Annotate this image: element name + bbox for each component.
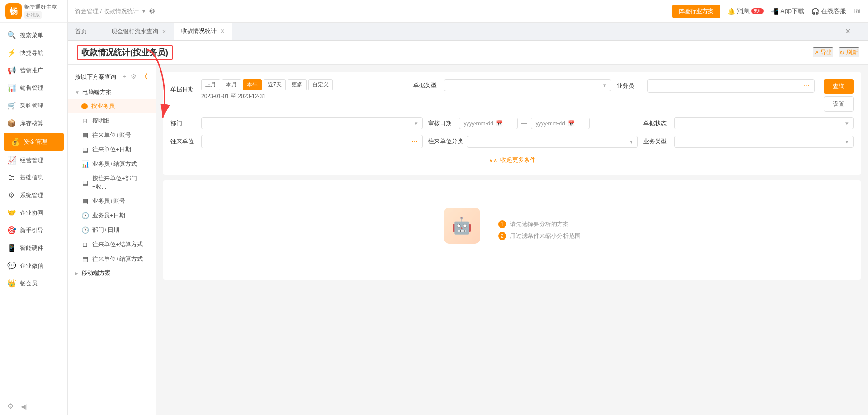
doc-type-select[interactable]: ▾	[444, 79, 611, 91]
tree-item-partner-dept[interactable]: ▤ 按往来单位+部门+收...	[68, 171, 156, 194]
partner-select[interactable]: ···	[201, 135, 423, 148]
stock-icon: 📦	[7, 119, 15, 127]
sidebar-item-enterprise[interactable]: 🤝 企业协同	[0, 204, 67, 222]
query-btn[interactable]: 查询	[824, 79, 854, 94]
tree-item-by-detail[interactable]: ⊞ 按明细	[68, 113, 156, 128]
date-btn-custom[interactable]: 自定义	[308, 79, 333, 90]
date-btn-last-month[interactable]: 上月	[201, 79, 220, 90]
salesperson-date-icon: 🕐	[81, 212, 89, 219]
tree-item-partner-account[interactable]: ▤ 往来单位+账号	[68, 128, 156, 142]
doc-status-select[interactable]: ▾	[674, 117, 854, 129]
sidebar-item-search[interactable]: 🔍 搜索菜单	[0, 26, 67, 44]
tab-fullscreen-icon[interactable]: ⛶	[855, 28, 863, 36]
salesperson-active-icon	[81, 103, 88, 109]
partner-label: 往来单位	[170, 137, 198, 146]
tab-close-all-icon[interactable]: ✕	[845, 27, 851, 36]
basic-icon: 🗂	[7, 174, 15, 182]
sidebar-label-basic: 基础信息	[20, 174, 43, 182]
tree-item-partner-settlement1[interactable]: ⊞ 往来单位+结算方式	[68, 237, 156, 252]
department-select[interactable]: ▾	[201, 117, 423, 129]
salesperson-account-icon: ▤	[81, 198, 89, 205]
tree-item-partner-settlement2-label: 往来单位+结算方式	[92, 255, 143, 263]
audit-date-from[interactable]: yyyy-mm-dd 📅	[459, 118, 518, 129]
wechat-icon: 💬	[7, 261, 15, 270]
user-name[interactable]: Rit	[854, 8, 861, 14]
audit-date-to[interactable]: yyyy-mm-dd 📅	[531, 118, 590, 129]
date-btn-7days[interactable]: 近7天	[264, 79, 286, 90]
tree-item-salesperson-account[interactable]: ▤ 业务员+账号	[68, 194, 156, 208]
sidebar-item-management[interactable]: 📈 经营管理	[0, 151, 67, 169]
biz-type-chevron-icon: ▾	[845, 138, 849, 145]
sidebar-item-member[interactable]: 👑 畅会员	[0, 274, 67, 292]
tree-group-desktop-header[interactable]: ▼ 电脑端方案	[68, 85, 156, 99]
sidebar-item-guide[interactable]: 🎯 新手引导	[0, 222, 67, 239]
tab-bank-flow[interactable]: 现金银行流水查询 ✕	[104, 23, 174, 40]
tab-bank-flow-close[interactable]: ✕	[162, 28, 166, 35]
bottom-collapse-icon[interactable]: ◀‖	[21, 403, 29, 410]
panel-header: 按以下方案查询 + ⚙ 《	[68, 68, 156, 85]
partner-category-select[interactable]: ▾	[467, 136, 638, 148]
department-label: 部门	[170, 119, 198, 127]
add-scheme-btn[interactable]: +	[122, 72, 127, 82]
sidebar-item-wechat[interactable]: 💬 企业微信	[0, 257, 67, 274]
logo-icon: 畅	[5, 3, 22, 19]
bottom-settings-icon[interactable]: ⚙	[7, 402, 14, 410]
export-btn[interactable]: ↗ 导出	[813, 47, 833, 57]
date-btn-this-year[interactable]: 本年	[243, 79, 262, 90]
collapse-panel-btn[interactable]: 《	[140, 72, 148, 82]
solution-btn[interactable]: 体验行业方案	[672, 5, 720, 18]
sidebar-item-finance[interactable]: 💰 资金管理	[4, 133, 64, 151]
tree-item-salesperson-date[interactable]: 🕐 业务员+日期	[68, 208, 156, 223]
sidebar: 畅 畅捷通好生意 标准版 🔍 搜索菜单 ⚡ 快捷导航 📢 营销推广 📊 销售管理…	[0, 0, 68, 415]
online-service-area[interactable]: 🎧 在线客服	[811, 7, 846, 15]
breadcrumb-chevron[interactable]: ▾	[142, 8, 145, 14]
sidebar-item-stock[interactable]: 📦 库存核算	[0, 114, 67, 132]
filter-settings-btn[interactable]: 设置	[824, 96, 854, 112]
department-chevron-icon: ▾	[415, 120, 418, 127]
salesperson-select[interactable]: ···	[647, 79, 815, 93]
topbar-settings-icon[interactable]: ⚙	[149, 7, 155, 15]
tree-item-salesperson-account-label: 业务员+账号	[92, 197, 125, 205]
tree-item-partner-dept-label: 按往来单位+部门+收...	[92, 174, 148, 191]
sidebar-label-wechat: 企业微信	[20, 262, 43, 270]
sidebar-item-basic[interactable]: 🗂 基础信息	[0, 169, 67, 186]
step1-text: 请先选择要分析的方案	[510, 218, 569, 230]
tree-item-partner-settlement2[interactable]: ▤ 往来单位+结算方式	[68, 252, 156, 266]
tree-group-mobile-header[interactable]: ▶ 移动端方案	[68, 266, 156, 280]
tree-item-by-salesperson[interactable]: 按业务员	[68, 99, 156, 113]
date-btn-this-month[interactable]: 本月	[222, 79, 241, 90]
date-btn-more[interactable]: 更多	[288, 79, 307, 90]
date-filter-btns: 上月 本月 本年 近7天 更多 自定义	[201, 79, 333, 90]
biz-type-select[interactable]: ▾	[674, 136, 854, 148]
refresh-icon: ↻	[840, 49, 844, 56]
tab-receipt-stat[interactable]: 收款情况统计 ✕	[174, 23, 232, 40]
sidebar-item-system[interactable]: ⚙ 系统管理	[0, 186, 67, 204]
tree-item-partner-date[interactable]: ▤ 往来单位+日期	[68, 142, 156, 157]
member-icon: 👑	[7, 279, 15, 288]
tree-item-dept-date[interactable]: 🕐 部门+日期	[68, 223, 156, 237]
message-badge: 99+	[751, 8, 764, 14]
tab-home[interactable]: 首页	[68, 23, 104, 40]
step1-num: 1	[498, 220, 506, 228]
scheme-settings-btn[interactable]: ⚙	[130, 72, 137, 82]
tab-receipt-stat-close[interactable]: ✕	[220, 28, 225, 34]
message-label: 消息	[737, 7, 750, 15]
sidebar-item-hardware[interactable]: 📱 智能硬件	[0, 239, 67, 257]
sidebar-item-sales[interactable]: 📊 销售管理	[0, 79, 67, 97]
sidebar-item-purchase[interactable]: 🛒 采购管理	[0, 97, 67, 114]
refresh-btn[interactable]: ↻ 刷新	[839, 47, 859, 57]
app-download-area[interactable]: 📲 App下载	[771, 7, 804, 15]
doc-status-chevron-icon: ▾	[845, 120, 849, 127]
collapse-filter-btn[interactable]: ∧∧ 收起更多条件	[170, 152, 854, 168]
sidebar-label-member: 畅会员	[20, 279, 38, 288]
hardware-icon: 📱	[7, 244, 15, 252]
sidebar-bottom: ⚙ ◀‖	[0, 397, 67, 415]
sidebar-item-quick-nav[interactable]: ⚡ 快捷导航	[0, 44, 67, 61]
sidebar-item-marketing[interactable]: 📢 营销推广	[0, 61, 67, 79]
tree-item-detail-label: 按明细	[92, 117, 110, 125]
message-area[interactable]: 🔔 消息 99+	[727, 7, 764, 15]
collapse-chevron-icon: ∧∧	[489, 157, 498, 164]
date-label: 单据日期	[170, 85, 198, 94]
tree-item-salesperson-settlement-label: 业务员+结算方式	[92, 160, 137, 168]
tree-item-salesperson-settlement[interactable]: 📊 业务员+结算方式	[68, 157, 156, 171]
